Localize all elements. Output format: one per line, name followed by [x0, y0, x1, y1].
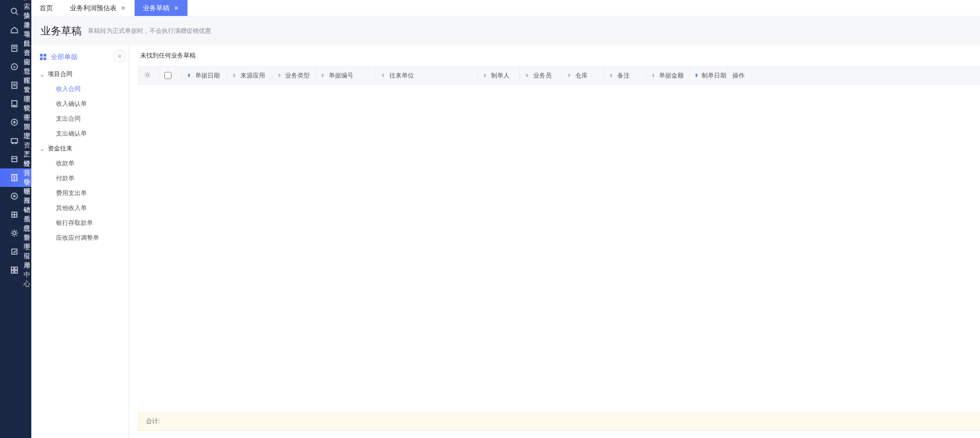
- sort-icon[interactable]: ▲▼: [381, 73, 386, 78]
- tax-icon: [10, 118, 18, 127]
- svg-point-14: [15, 143, 16, 144]
- th-label: 仓库: [575, 71, 588, 80]
- money-icon: ¥: [10, 62, 18, 71]
- gear-icon[interactable]: [144, 71, 151, 80]
- th-ops[interactable]: 操作: [727, 67, 769, 84]
- asset-icon: [10, 136, 18, 145]
- th-label: 操作: [732, 71, 745, 80]
- th-label: 制单日期: [702, 71, 726, 80]
- th-gear[interactable]: [139, 67, 159, 84]
- sort-icon[interactable]: ▲▼: [651, 73, 656, 78]
- sec-item[interactable]: 收入确认单: [40, 97, 128, 111]
- sidebar-item-asset[interactable]: 固定资产: [0, 131, 31, 150]
- table-body: [138, 85, 980, 412]
- sidebar-item-label: 应用中心: [24, 252, 31, 289]
- tab-close-icon[interactable]: ✕: [121, 5, 126, 12]
- sec-group[interactable]: ⌄资金往来: [40, 141, 128, 156]
- sort-icon[interactable]: ▲▼: [232, 73, 237, 78]
- th-label: 备注: [617, 71, 630, 80]
- svg-line-1: [16, 13, 18, 15]
- select-all-checkbox[interactable]: [164, 72, 172, 79]
- svg-rect-31: [40, 54, 43, 56]
- th-salesman[interactable]: ▲▼业务员: [520, 67, 562, 84]
- tab[interactable]: 业务草稿✕: [135, 0, 187, 16]
- sec-item[interactable]: 其他收入单: [40, 201, 128, 216]
- svg-text:¥: ¥: [13, 65, 16, 69]
- tab-label: 首页: [40, 4, 53, 13]
- sort-icon[interactable]: ▲▼: [321, 73, 326, 78]
- th-remark[interactable]: ▲▼备注: [604, 67, 646, 84]
- sec-item[interactable]: 费用支出单: [40, 186, 128, 201]
- th-amount[interactable]: ▲▼单据金额: [646, 67, 689, 84]
- th-date[interactable]: ▲▼单据日期: [182, 67, 227, 84]
- sec-group[interactable]: ⌄项目合同: [40, 67, 128, 82]
- th-cdate[interactable]: ▲▼制单日期: [689, 67, 727, 84]
- sec-group-label: 项目合同: [48, 70, 72, 79]
- content-area: 未找到任何业务草稿 ▲▼单据日期▲▼来源应用▲▼业务类型▲▼单据编号▲▼往来单位…: [129, 45, 980, 438]
- sort-icon[interactable]: ▲▼: [277, 73, 282, 78]
- svg-point-13: [12, 143, 13, 144]
- th-src[interactable]: ▲▼来源应用: [227, 67, 272, 84]
- th-partner[interactable]: ▲▼往来单位: [376, 67, 478, 84]
- sec-item[interactable]: 收款单: [40, 156, 128, 171]
- search-icon: [10, 7, 18, 16]
- th-docno[interactable]: ▲▼单据编号: [315, 67, 376, 84]
- sort-icon[interactable]: ▲▼: [694, 73, 699, 78]
- sort-icon[interactable]: ▲▼: [567, 73, 572, 78]
- sec-item[interactable]: 支出确认单: [40, 126, 128, 141]
- svg-rect-32: [44, 54, 46, 56]
- biz-icon: [10, 173, 18, 182]
- th-creator[interactable]: ▲▼制单人: [478, 67, 520, 84]
- guide-icon: [10, 247, 18, 256]
- sort-icon[interactable]: ▲▼: [483, 73, 488, 78]
- doc-icon: [10, 44, 18, 53]
- horizontal-scrollbar[interactable]: [138, 431, 980, 438]
- invoice-icon: [10, 99, 18, 108]
- sec-item[interactable]: 应收应付调整单: [40, 231, 128, 245]
- sort-icon[interactable]: ▲▼: [609, 73, 614, 78]
- sec-item[interactable]: 支出合同: [40, 111, 128, 126]
- svg-rect-15: [12, 157, 17, 162]
- table-footer-label: 合计:: [146, 417, 160, 426]
- collapse-secondary-nav-icon[interactable]: «: [114, 50, 125, 62]
- sec-item[interactable]: 收入合同: [40, 82, 128, 97]
- sort-icon[interactable]: ▲▼: [187, 73, 192, 78]
- svg-rect-34: [44, 58, 46, 60]
- page-subtitle: 草稿转为正式单据时，不会执行满赠促销优惠: [88, 27, 211, 35]
- secondary-nav: 全部单据 « ⌄项目合同收入合同收入确认单支出合同支出确认单⌄资金往来收款单付款…: [31, 45, 129, 438]
- svg-rect-7: [12, 82, 17, 88]
- sidebar-item-app[interactable]: 应用中心: [0, 261, 31, 279]
- table-footer: 合计:: [138, 412, 980, 431]
- svg-rect-30: [15, 271, 17, 273]
- svg-rect-10: [12, 101, 17, 107]
- th-label: 单据日期: [195, 71, 220, 80]
- ledger-icon: [10, 81, 18, 90]
- svg-point-35: [146, 73, 148, 75]
- sys-icon: [10, 228, 18, 238]
- th-check[interactable]: [159, 67, 182, 84]
- home-icon: [10, 25, 18, 34]
- page-header: 业务草稿 草稿转为正式单据时，不会执行满赠促销优惠 ⟳ 刷新: [31, 16, 980, 45]
- th-biztype[interactable]: ▲▼业务类型: [272, 67, 315, 84]
- sec-item[interactable]: 付款单: [40, 171, 128, 186]
- reimb-icon: [10, 192, 18, 201]
- th-wh[interactable]: ▲▼仓库: [562, 67, 604, 84]
- svg-rect-29: [11, 271, 14, 273]
- svg-rect-33: [40, 58, 43, 60]
- sort-icon[interactable]: ▲▼: [525, 73, 530, 78]
- tab[interactable]: 业务利润预估表✕: [62, 0, 135, 16]
- tab-close-icon[interactable]: ✕: [174, 5, 179, 12]
- sec-item[interactable]: 银行存取款单: [40, 216, 128, 231]
- th-label: 往来单位: [389, 71, 414, 80]
- tabs-bar: 首页业务利润预估表✕业务草稿✕ ✕ ⛶: [31, 0, 980, 16]
- th-label: 业务类型: [285, 71, 310, 80]
- app-icon: [10, 265, 18, 275]
- th-label: 制单人: [491, 71, 510, 80]
- secondary-nav-all-label: 全部单据: [51, 52, 78, 62]
- sidebar: 搜索菜单快捷导航项目合同¥资金管理总账管理发票管理税务管理固定资产工资经营管理小…: [0, 0, 31, 438]
- svg-point-0: [11, 8, 16, 13]
- tab-label: 业务利润预估表: [70, 4, 117, 13]
- svg-rect-26: [12, 249, 17, 254]
- tab[interactable]: 首页: [31, 0, 62, 16]
- svg-rect-12: [11, 139, 17, 143]
